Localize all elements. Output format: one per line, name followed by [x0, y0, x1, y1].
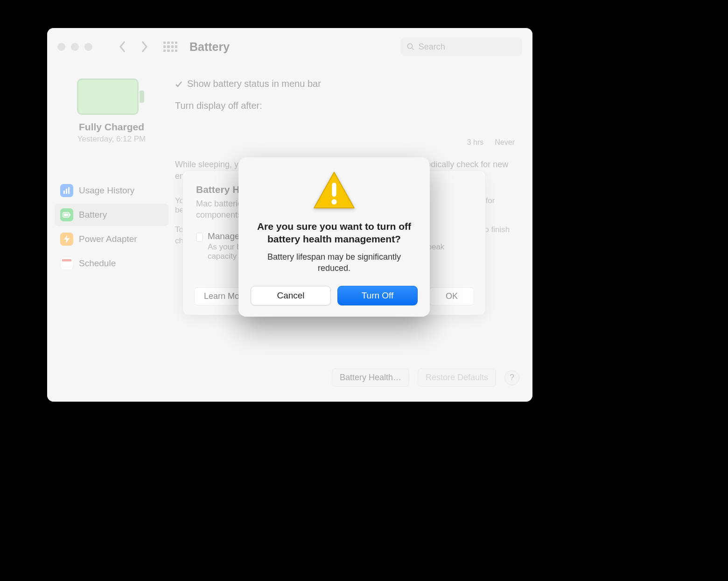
svg-point-13 [331, 199, 336, 205]
alert-title: Are you sure you want to turn off batter… [251, 220, 418, 246]
preferences-window: Battery Fully Charged Yesterday, 6:12 PM… [47, 28, 532, 402]
turn-off-button[interactable]: Turn Off [337, 286, 418, 305]
svg-rect-12 [332, 183, 336, 197]
cancel-button[interactable]: Cancel [251, 286, 331, 305]
alert-message: Battery lifespan may be significantly re… [251, 251, 418, 274]
warning-icon [312, 170, 356, 210]
confirm-turn-off-alert: Are you sure you want to turn off batter… [238, 157, 430, 317]
